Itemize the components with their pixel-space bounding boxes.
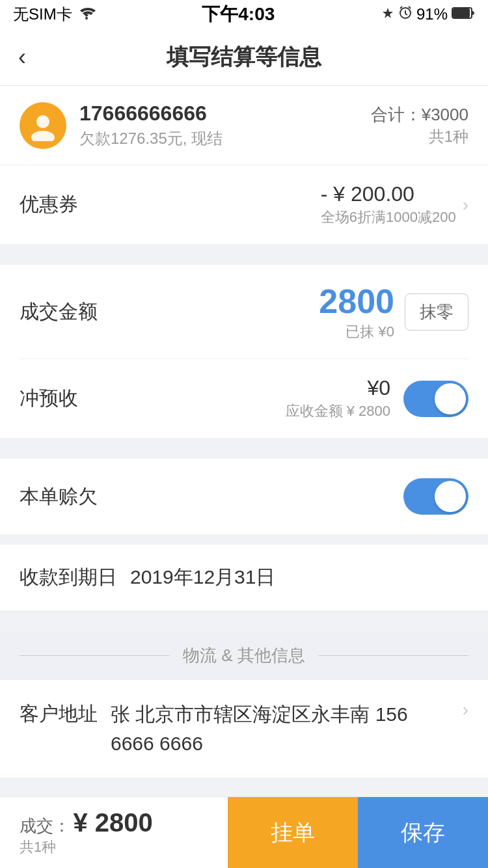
transaction-value: 2800 [319,282,394,321]
user-info: 17666666666 欠款1276.35元, 现结 [79,102,223,149]
divider-line-right [318,655,468,656]
status-bar-right: 91% [381,5,475,23]
debt-toggle[interactable] [403,478,468,515]
transaction-right: 2800 已抹 ¥0 抹零 [319,282,468,342]
prereceive-right: ¥0 应收金额 ¥ 2800 [286,376,468,421]
avatar [20,102,66,149]
back-button[interactable]: ‹ [18,44,26,71]
transaction-amount-row: 成交金额 2800 已抹 ¥0 抹零 [20,265,468,359]
prereceive-row: 冲预收 ¥0 应收金额 ¥ 2800 [20,359,468,438]
alarm-icon [398,5,413,23]
user-row: 17666666666 欠款1276.35元, 现结 合计：¥3000 共1种 [0,86,488,165]
status-bar: 无SIM卡 下午4:03 91% [0,0,488,29]
wifi-icon [77,5,96,23]
address-value: 张 北京市市辖区海淀区永丰南 156 6666 6666 [111,699,450,758]
status-bar-left: 无SIM卡 [13,4,96,25]
user-debt: 欠款1276.35元, 现结 [79,128,223,149]
prereceive-label: 冲预收 [20,385,78,412]
svg-point-9 [31,131,55,141]
prereceive-toggle[interactable] [403,381,468,417]
total-count: 共1种 [371,126,468,147]
chevron-right-icon: › [463,195,468,215]
bottom-bar: 成交： ¥ 2800 共1种 挂单 保存 [0,796,488,868]
address-row[interactable]: 客户地址 张 北京市市辖区海淀区永丰南 156 6666 6666 › [20,680,468,778]
address-label: 客户地址 [20,699,98,727]
content-area: 17666666666 欠款1276.35元, 现结 合计：¥3000 共1种 … [0,86,488,868]
transaction-label: 成交金额 [20,299,98,325]
sim-status: 无SIM卡 [13,4,72,25]
hang-button[interactable]: 挂单 [228,797,358,869]
status-bar-time: 下午4:03 [202,2,275,27]
address-section: 客户地址 张 北京市市辖区海淀区永丰南 156 6666 6666 › [0,680,488,778]
svg-point-8 [36,115,49,128]
logistics-divider: 物流 & 其他信息 [0,631,488,680]
coupon-right: - ¥ 200.00 全场6折满1000减200 › [321,182,468,227]
user-info-card: 17666666666 欠款1276.35元, 现结 合计：¥3000 共1种 … [0,86,488,244]
transaction-amount-info: 2800 已抹 ¥0 [319,282,394,342]
coupon-discount: - ¥ 200.00 [321,182,456,206]
section-gap [0,254,488,265]
debt-section: 本单赊欠 [0,459,488,534]
amount-section: 成交金额 2800 已抹 ¥0 抹零 冲预收 ¥0 应收金额 ¥ 2800 [0,265,488,438]
bottom-summary: 成交： ¥ 2800 共1种 [0,808,228,857]
nav-bar: ‹ 填写结算等信息 [0,29,488,86]
coupon-label: 优惠券 [20,191,78,218]
address-chevron-icon: › [463,699,468,720]
due-row: 收款到期日 2019年12月31日 [20,545,468,610]
divider-line-left [20,655,170,656]
svg-point-0 [85,17,88,20]
section-gap-3 [0,621,488,631]
total-label: 合计：¥3000 [371,103,468,126]
svg-rect-7 [453,8,470,18]
battery-icon [452,5,475,23]
debt-row: 本单赊欠 [20,459,468,534]
section-gap-2 [0,448,488,459]
bottom-amount: ¥ 2800 [73,808,152,837]
svg-line-3 [405,14,407,15]
prereceive-sub: 应收金额 ¥ 2800 [286,401,390,421]
due-label: 收款到期日 [20,564,117,591]
coupon-desc: 全场6折满1000减200 [321,208,456,227]
due-value: 2019年12月31日 [130,564,275,591]
due-section: 收款到期日 2019年12月31日 [0,545,488,610]
battery-percent: 91% [416,5,448,23]
user-phone: 17666666666 [79,102,223,126]
user-total: 合计：¥3000 共1种 [371,103,468,147]
logistics-label: 物流 & 其他信息 [183,644,305,667]
bottom-count: 共1种 [20,837,208,857]
page-title: 填写结算等信息 [167,42,321,72]
save-button[interactable]: 保存 [358,797,488,869]
svg-line-4 [400,7,402,8]
location-icon [381,5,394,23]
prereceive-amount: ¥0 应收金额 ¥ 2800 [286,376,390,421]
user-left: 17666666666 欠款1276.35元, 现结 [20,102,223,149]
bottom-label: 成交： [20,816,70,835]
coupon-row[interactable]: 优惠券 - ¥ 200.00 全场6折满1000减200 › [0,165,488,244]
coupon-info: - ¥ 200.00 全场6折满1000减200 [321,182,456,227]
round-button[interactable]: 抹零 [405,293,468,331]
svg-line-5 [409,7,411,8]
prereceive-value: ¥0 [286,376,390,400]
debt-label: 本单赊欠 [20,483,98,510]
transaction-sub: 已抹 ¥0 [319,322,394,342]
